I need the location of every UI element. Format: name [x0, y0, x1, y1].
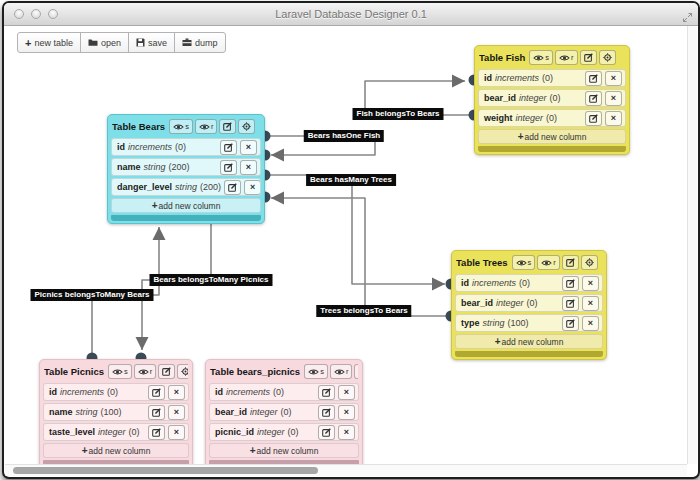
- table-header-gear-button[interactable]: [177, 364, 188, 379]
- table-resize-strip[interactable]: [111, 215, 261, 221]
- delete-column-button[interactable]: ×: [605, 71, 622, 86]
- column-type: integer: [496, 298, 524, 308]
- delete-column-button[interactable]: ×: [240, 160, 257, 175]
- table-header-edit-button[interactable]: [562, 255, 579, 270]
- add-column-button[interactable]: +add new column: [455, 334, 603, 349]
- edit-column-button[interactable]: [562, 316, 579, 331]
- edit-column-button[interactable]: [585, 111, 602, 126]
- horizontal-scrollbar-thumb[interactable]: [13, 467, 318, 474]
- eye-icon: [559, 54, 570, 62]
- add-column-button[interactable]: +add new column: [209, 443, 359, 458]
- chip-label: s: [185, 122, 189, 131]
- close-button[interactable]: [14, 9, 24, 19]
- edit-column-button[interactable]: [224, 180, 241, 195]
- table-header-edit-button[interactable]: [580, 50, 597, 65]
- table-header-gear-button[interactable]: [581, 255, 598, 270]
- table-header-show-s-button[interactable]: s: [512, 255, 536, 270]
- edit-column-button[interactable]: [220, 160, 237, 175]
- table-resize-strip[interactable]: [478, 146, 626, 152]
- delete-column-button[interactable]: ×: [168, 425, 185, 440]
- column-row-type: typestring(100)×: [455, 314, 603, 332]
- table-header-show-r-button[interactable]: r: [134, 364, 157, 379]
- table-header-show-s-button[interactable]: s: [108, 364, 132, 379]
- column-name: name: [117, 162, 141, 172]
- designer-canvas[interactable]: Table Bearssridincrements(0)×namestring(…: [4, 3, 698, 477]
- edit-column-button[interactable]: [562, 276, 579, 291]
- table-resize-strip[interactable]: [455, 351, 603, 357]
- delete-column-button[interactable]: ×: [338, 385, 355, 400]
- column-size: (0): [519, 278, 530, 288]
- delete-column-button[interactable]: ×: [582, 276, 599, 291]
- delete-column-button[interactable]: ×: [338, 425, 355, 440]
- table-header-gear-button[interactable]: [238, 119, 255, 134]
- delete-column-button[interactable]: ×: [168, 385, 185, 400]
- table-card-picnics[interactable]: Table Picnicssridincrements(0)×namestrin…: [39, 359, 193, 469]
- table-header: Table Picnicssr: [44, 362, 188, 381]
- toolbar: + new table open save dump: [17, 32, 226, 53]
- new-table-button[interactable]: + new table: [17, 32, 81, 53]
- edit-column-button[interactable]: [318, 425, 335, 440]
- eye-icon: [112, 368, 123, 376]
- edit-column-button[interactable]: [318, 405, 335, 420]
- dump-button[interactable]: dump: [174, 32, 226, 53]
- column-size: (0): [288, 427, 299, 437]
- horizontal-scrollbar[interactable]: [5, 464, 687, 476]
- table-header-gear-button[interactable]: [599, 50, 616, 65]
- column-type: increments: [128, 142, 172, 152]
- table-title: Table Picnics: [44, 366, 104, 377]
- table-header-edit-button[interactable]: [219, 119, 236, 134]
- table-header-show-r-button[interactable]: r: [555, 50, 578, 65]
- delete-column-button[interactable]: ×: [605, 111, 622, 126]
- delete-column-button[interactable]: ×: [605, 91, 622, 106]
- table-card-fish[interactable]: Table Fishsridincrements(0)×bear_idinteg…: [474, 45, 630, 155]
- table-card-bears_picnics[interactable]: Table bears_picnicssridincrements(0)×bea…: [205, 359, 363, 469]
- delete-column-button[interactable]: ×: [338, 405, 355, 420]
- column-type: increments: [226, 387, 270, 397]
- chip-label: s: [528, 258, 532, 267]
- column-row-id: idincrements(0)×: [209, 383, 359, 401]
- table-header-show-s-button[interactable]: s: [169, 119, 193, 134]
- table-header-show-s-button[interactable]: s: [304, 364, 328, 379]
- delete-column-button[interactable]: ×: [240, 140, 257, 155]
- edit-column-button[interactable]: [585, 91, 602, 106]
- delete-column-button[interactable]: ×: [168, 405, 185, 420]
- add-column-button[interactable]: +add new column: [111, 198, 261, 213]
- table-header-edit-button[interactable]: [158, 364, 175, 379]
- edit-column-button[interactable]: [148, 385, 165, 400]
- add-column-button[interactable]: +add new column: [43, 443, 189, 458]
- zoom-button[interactable]: [48, 9, 58, 19]
- edit-column-button[interactable]: [318, 385, 335, 400]
- table-card-bears[interactable]: Table Bearssridincrements(0)×namestring(…: [107, 114, 265, 224]
- open-button[interactable]: open: [80, 32, 129, 53]
- edit-column-button[interactable]: [220, 140, 237, 155]
- edit-column-button[interactable]: [148, 425, 165, 440]
- delete-column-button[interactable]: ×: [582, 296, 599, 311]
- table-header-show-r-button[interactable]: r: [195, 119, 218, 134]
- add-column-button[interactable]: +add new column: [478, 129, 626, 144]
- save-button[interactable]: save: [128, 32, 175, 53]
- table-header-edit-button[interactable]: [354, 364, 358, 379]
- edit-icon: [584, 53, 593, 62]
- edit-column-button[interactable]: [148, 405, 165, 420]
- column-size: (200): [169, 162, 190, 172]
- table-header-show-r-button[interactable]: r: [330, 364, 353, 379]
- eye-icon: [533, 54, 544, 62]
- column-name: id: [215, 387, 223, 397]
- column-size: (0): [129, 427, 140, 437]
- delete-column-button[interactable]: ×: [244, 180, 261, 195]
- column-type: string: [76, 407, 98, 417]
- column-name: picnic_id: [215, 427, 254, 437]
- plus-icon: +: [518, 131, 524, 142]
- chip-label: r: [346, 367, 349, 376]
- minimize-button[interactable]: [31, 9, 41, 19]
- plus-icon: +: [152, 200, 158, 211]
- vertical-scrollbar[interactable]: [687, 26, 697, 464]
- table-header-show-r-button[interactable]: r: [537, 255, 560, 270]
- table-header-show-s-button[interactable]: s: [529, 50, 553, 65]
- column-type: increments: [60, 387, 104, 397]
- edit-column-button[interactable]: [585, 71, 602, 86]
- delete-column-button[interactable]: ×: [582, 316, 599, 331]
- resize-icon[interactable]: [683, 8, 692, 26]
- table-card-trees[interactable]: Table Treessridincrements(0)×bear_idinte…: [451, 250, 607, 360]
- edit-column-button[interactable]: [562, 296, 579, 311]
